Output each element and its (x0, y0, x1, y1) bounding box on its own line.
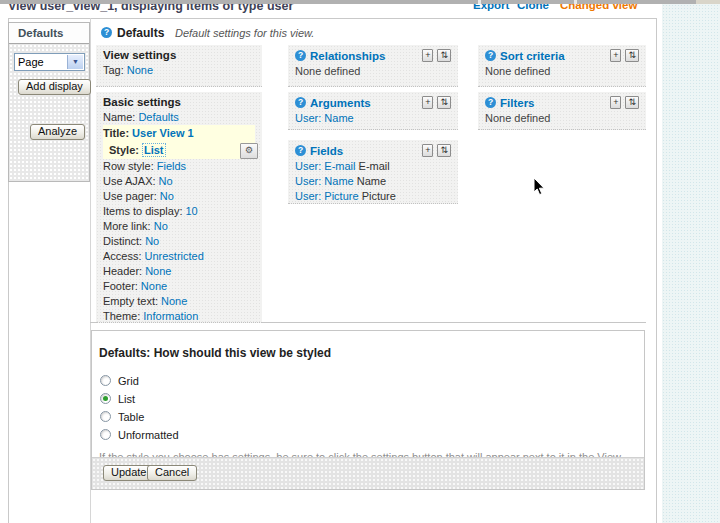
add-icon[interactable]: + (610, 49, 621, 62)
setting-row: Items to display:10 (103, 204, 255, 219)
field-item: User: E-mail E-mail (295, 159, 451, 174)
radio-label: List (118, 393, 135, 405)
page-background-texture (662, 4, 720, 523)
add-icon[interactable]: + (422, 49, 433, 62)
setting-value-link[interactable]: 10 (185, 205, 197, 217)
setting-row: Access:Unrestricted (103, 249, 255, 264)
add-icon[interactable]: + (422, 144, 433, 157)
form-footer: Update Cancel (92, 457, 644, 489)
setting-row: Empty text:None (103, 294, 255, 309)
add-icon[interactable]: + (422, 96, 433, 109)
empty-text: None defined (295, 64, 451, 79)
display-controls-area: Page ▼ Add display Analyze (9, 44, 89, 181)
chevron-down-icon[interactable]: ▼ (67, 55, 83, 69)
help-icon[interactable]: ? (295, 145, 306, 156)
setting-label: Items to display: (103, 205, 182, 217)
views-admin-screen: View user_view_1, displaying items of ty… (0, 0, 720, 523)
tab-defaults[interactable]: Defaults (9, 23, 89, 44)
view-settings-heading: View settings (103, 49, 176, 61)
fields-heading-link[interactable]: Fields (310, 145, 343, 157)
radio-option-table[interactable]: Table (100, 411, 644, 422)
setting-label: Distinct: (103, 235, 142, 247)
setting-value-link[interactable]: List (142, 143, 166, 157)
setting-row: Tag:None (103, 63, 255, 78)
display-type-value: Page (18, 55, 44, 69)
sort-criteria-heading-link[interactable]: Sort criteria (500, 50, 565, 62)
empty-text: None defined (485, 111, 639, 126)
setting-value-link[interactable]: Defaults (138, 111, 178, 123)
header-links: Export Clone Changed view (470, 4, 655, 16)
relationships-heading-link[interactable]: Relationships (310, 50, 385, 62)
setting-value-link[interactable]: Fields (157, 160, 186, 172)
cancel-button[interactable]: Cancel (147, 465, 197, 481)
add-display-button[interactable]: Add display (18, 79, 91, 95)
rearrange-icon[interactable]: ⇅ (437, 49, 451, 62)
help-icon[interactable]: ? (485, 50, 496, 61)
radio-button[interactable] (100, 411, 111, 422)
field-label: E-mail (359, 160, 390, 172)
radio-option-unformatted[interactable]: Unformatted (100, 429, 644, 440)
relationships-box: ? Relationships + ⇅ None defined (288, 45, 458, 87)
field-link[interactable]: User: E-mail (295, 160, 356, 172)
summary-heading: Defaults (117, 26, 164, 40)
setting-row: More link:No (103, 219, 255, 234)
setting-label: Header: (103, 265, 142, 277)
summary-description: Default settings for this view. (175, 27, 314, 39)
setting-value-link[interactable]: Information (143, 310, 198, 322)
display-type-select[interactable]: Page ▼ (14, 53, 85, 71)
setting-row: Use AJAX:No (103, 174, 255, 189)
setting-value-link[interactable]: None (161, 295, 187, 307)
setting-label: Tag: (103, 64, 124, 76)
radio-button[interactable] (100, 429, 111, 440)
radio-button[interactable] (100, 393, 111, 404)
field-link[interactable]: User: Picture (295, 190, 359, 202)
setting-value-link[interactable]: None (127, 64, 153, 76)
style-settings-gear-icon[interactable]: ⚙ (240, 143, 258, 159)
radio-button[interactable] (100, 375, 111, 386)
setting-value-link[interactable]: Unrestricted (145, 250, 204, 262)
view-settings-box: View settings Tag:None (96, 45, 262, 87)
changed-view-link[interactable]: Changed view (560, 4, 637, 11)
filters-box: ? Filters + ⇅ None defined (478, 92, 646, 130)
filters-heading-link[interactable]: Filters (500, 97, 535, 109)
radio-option-list[interactable]: List (100, 393, 644, 404)
setting-value-link[interactable]: No (145, 235, 159, 247)
setting-value-link[interactable]: No (160, 190, 174, 202)
field-label: Name (357, 175, 386, 187)
setting-value-link[interactable]: User View 1 (132, 127, 194, 139)
setting-row-changed: Style:List ⚙ (103, 142, 255, 159)
arguments-heading-link[interactable]: Arguments (310, 97, 371, 109)
help-icon[interactable]: ? (485, 97, 496, 108)
arguments-box: ? Arguments + ⇅ User: Name (288, 92, 458, 130)
help-icon[interactable]: ? (295, 97, 306, 108)
rearrange-icon[interactable]: ⇅ (437, 144, 451, 157)
setting-row: Use pager:No (103, 189, 255, 204)
sort-criteria-box: ? Sort criteria + ⇅ None defined (478, 45, 646, 87)
export-link[interactable]: Export (473, 4, 509, 11)
setting-value-link[interactable]: None (145, 265, 171, 277)
setting-value-link[interactable]: No (159, 175, 173, 187)
help-icon[interactable]: ? (101, 27, 112, 38)
radio-option-grid[interactable]: Grid (100, 375, 644, 386)
setting-label: Empty text: (103, 295, 158, 307)
add-icon[interactable]: + (610, 96, 621, 109)
field-item: User: Picture Picture (295, 189, 451, 204)
setting-row: Row style:Fields (103, 159, 255, 174)
setting-value-link[interactable]: None (141, 280, 167, 292)
field-item: User: Name Name (295, 174, 451, 189)
setting-label: Use pager: (103, 190, 157, 202)
setting-label: Style: (109, 144, 139, 156)
fields-box: ? Fields + ⇅ User: E-mail E-mail User: N… (288, 140, 458, 204)
setting-label: Title: (103, 127, 129, 139)
setting-value-link[interactable]: No (154, 220, 168, 232)
form-heading: Defaults: How should this view be styled (99, 346, 644, 360)
rearrange-icon[interactable]: ⇅ (437, 96, 451, 109)
rearrange-icon[interactable]: ⇅ (625, 49, 639, 62)
analyze-button[interactable]: Analyze (30, 124, 85, 140)
setting-row: Header:None (103, 264, 255, 279)
field-link[interactable]: User: Name (295, 175, 354, 187)
clone-link[interactable]: Clone (517, 4, 549, 11)
rearrange-icon[interactable]: ⇅ (625, 96, 639, 109)
help-icon[interactable]: ? (295, 50, 306, 61)
argument-link[interactable]: User: Name (295, 112, 354, 124)
